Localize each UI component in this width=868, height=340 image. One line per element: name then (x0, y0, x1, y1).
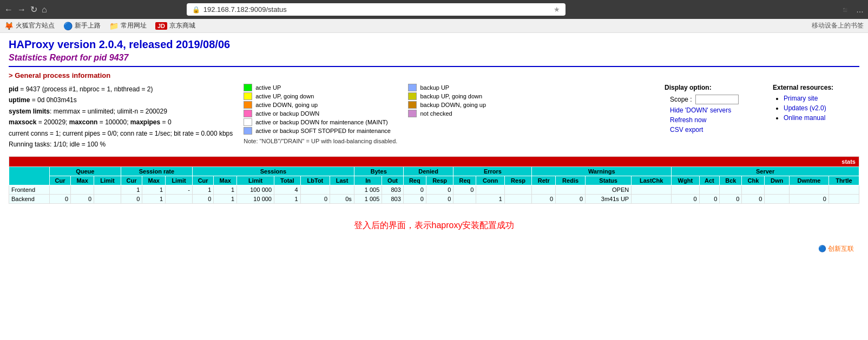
bookmark-label: 新手上路 (75, 21, 101, 30)
th-dwn: Dwn (765, 176, 789, 185)
cell (476, 185, 504, 195)
cell (556, 185, 586, 195)
th-name (9, 167, 50, 185)
legend-not-checked: not checked (408, 110, 486, 117)
legend-label: active or backup DOWN for maintenance (M… (255, 119, 388, 125)
cell: 0 (426, 195, 453, 204)
th-e-resp: Resp (504, 176, 532, 185)
cell (742, 185, 765, 195)
legend-active-up: active UP (244, 84, 397, 91)
mobile-bookmarks: 移动设备上的书签 (812, 21, 864, 30)
info-legend-container: pid = 9437 (process #1, nbproc = 1, nbth… (9, 84, 859, 150)
back-button[interactable]: ← (4, 5, 13, 15)
th-q-max: Max (71, 176, 94, 185)
th-e-req: Req (453, 176, 476, 185)
legend-label: backup UP, going down (420, 93, 482, 99)
scope-item: Scope : (670, 95, 762, 104)
home-button[interactable]: ⌂ (42, 5, 47, 15)
menu-icon: … (856, 5, 864, 14)
url-text: 192.168.7.182:9009/status (203, 5, 287, 14)
external-resources: External resources: Primary site Updates… (773, 84, 859, 124)
th-q-lim: Limit (94, 176, 121, 185)
legend-color-box (408, 101, 417, 109)
th-w-redis: Redis (556, 176, 586, 185)
cell: 1 (121, 185, 142, 195)
browser-toolbar: ◾ … (840, 5, 864, 14)
th-sr-cur: Cur (121, 176, 142, 185)
th-bytes: Bytes (354, 167, 403, 176)
legend-color-box (244, 101, 252, 109)
stats-subtitle: Statistics Report for pid 9437 (9, 53, 859, 63)
th-s-last: Last (330, 176, 354, 185)
bookmark-start[interactable]: 🔵 新手上路 (63, 21, 101, 30)
section-header: > General process information (9, 71, 859, 79)
hide-down-servers-link[interactable]: Hide 'DOWN' servers (670, 106, 731, 114)
cell (699, 185, 720, 195)
th-d-resp: Resp (426, 176, 453, 185)
legend-backup-up: backup UP (408, 84, 486, 91)
csv-export-item: CSV export (670, 126, 762, 134)
primary-site-item: Primary site (784, 95, 859, 102)
legend-section: active UP active UP, going down active D… (244, 84, 654, 144)
cell: 0 (672, 195, 699, 204)
extensions-icon: ◾ (840, 5, 850, 14)
legend-color-box (408, 92, 417, 100)
conns-line: current conns = 1; current pipes = 0/0; … (9, 128, 233, 139)
bookmark-label: 火狐官方站点 (16, 21, 55, 30)
th-act: Act (699, 176, 720, 185)
cell: 0s (330, 195, 354, 204)
cell (765, 185, 789, 195)
refresh-now-link[interactable]: Refresh now (670, 116, 706, 124)
legend-label: active or backup DOWN (255, 110, 319, 117)
th-sessions: Sessions (192, 167, 354, 176)
th-d-req: Req (403, 176, 426, 185)
updates-link[interactable]: Updates (v2.0) (784, 104, 826, 112)
cell: 1 005 (354, 195, 382, 204)
th-sr-max: Max (142, 176, 166, 185)
bookmark-label: 京东商城 (169, 21, 195, 30)
cell (765, 195, 789, 204)
scope-label: Scope : (670, 96, 692, 103)
th-bck: Bck (720, 176, 742, 185)
cell (49, 185, 70, 195)
online-manual-link[interactable]: Online manual (784, 114, 825, 122)
cell (672, 185, 699, 195)
syslimits-line: system limits: memmax = unlimited; ulimi… (9, 106, 233, 117)
th-s-lbtot: LbTot (300, 176, 330, 185)
forward-button[interactable]: → (17, 5, 26, 15)
cell (828, 185, 859, 195)
watermark: 🔵 创新互联 (9, 242, 859, 256)
cell: 0 (532, 195, 556, 204)
refresh-button[interactable]: ↻ (30, 4, 37, 15)
primary-site-link[interactable]: Primary site (784, 95, 818, 102)
address-bar[interactable]: 🔒 192.168.7.182:9009/status ★ (187, 3, 565, 16)
th-b-out: Out (382, 176, 403, 185)
cell: 0 (742, 195, 765, 204)
bookmark-jd[interactable]: JD 京东商城 (155, 21, 195, 30)
csv-export-link[interactable]: CSV export (670, 126, 703, 134)
bookmark-firefox[interactable]: 🦊 火狐官方站点 (4, 21, 55, 30)
cell (720, 185, 742, 195)
row-name: Backend (9, 195, 50, 204)
th-server: Server (672, 167, 859, 176)
th-s-cur: Cur (192, 176, 213, 185)
th-wght: Wght (672, 176, 699, 185)
th-queue: Queue (49, 167, 121, 176)
pid-line: pid = 9437 (process #1, nbproc = 1, nbth… (9, 84, 233, 95)
cell (300, 185, 330, 195)
cell: 0 (121, 195, 142, 204)
cell: 0 (556, 195, 586, 204)
th-s-tot: Total (274, 176, 301, 185)
scope-input[interactable] (695, 95, 739, 104)
section-label: stats (9, 157, 859, 167)
cell: 1 (214, 185, 237, 195)
legend-label: backup UP (420, 84, 449, 91)
display-options: Display option: Scope : Hide 'DOWN' serv… (665, 84, 762, 136)
cell: 0 (49, 195, 70, 204)
divider (9, 66, 859, 67)
cell (330, 185, 354, 195)
star-icon: ★ (554, 5, 560, 14)
bookmark-common[interactable]: 📁 常用网址 (109, 21, 147, 30)
cell: - (166, 185, 193, 195)
cell (94, 195, 121, 204)
